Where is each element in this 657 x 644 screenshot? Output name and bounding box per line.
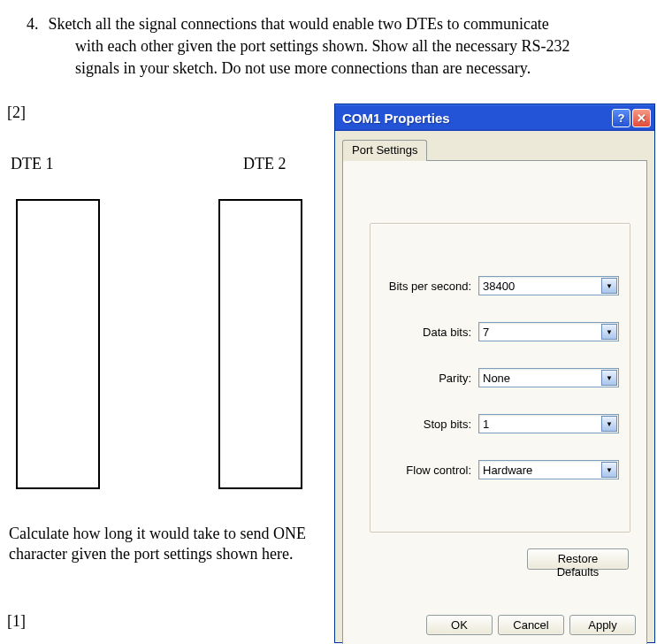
chevron-down-icon: ▼ [601,370,617,386]
restore-defaults-button[interactable]: Restore Defaults [527,548,629,570]
question-line1: Sketch all the signal connections that w… [49,15,549,33]
apply-button[interactable]: Apply [569,615,636,635]
com1-properties-dialog: COM1 Properties ? ✕ Port Settings Bits p… [334,104,655,643]
settings-group: Bits per second: 38400 ▼ Data bits: 7 ▼ … [370,223,630,533]
stop-bits-select[interactable]: 1 ▼ [478,414,619,433]
field-parity: Parity: None ▼ [381,367,619,388]
parity-label: Parity: [381,372,478,385]
chevron-down-icon: ▼ [601,324,617,340]
tab-strip: Port Settings [342,140,647,161]
calc-line2: character given the port settings shown … [9,544,363,564]
flow-control-value: Hardware [479,464,600,477]
ok-button[interactable]: OK [426,615,493,635]
field-data-bits: Data bits: 7 ▼ [381,321,619,342]
calc-text: Calculate how long it would take to send… [9,524,363,565]
calc-line1: Calculate how long it would take to send… [9,524,363,544]
dte2-label: DTE 2 [243,155,286,173]
dte1-label: DTE 1 [11,155,54,173]
dte1-box [16,199,100,489]
chevron-down-icon: ▼ [601,462,617,478]
data-bits-select[interactable]: 7 ▼ [478,322,619,341]
flow-control-select[interactable]: Hardware ▼ [478,460,619,479]
marks-top: [2] [7,104,26,122]
tab-panel: Bits per second: 38400 ▼ Data bits: 7 ▼ … [342,160,647,644]
parity-value: None [479,372,600,385]
dte2-box [218,199,302,489]
question-block: 4. Sketch all the signal connections tha… [0,0,657,80]
help-icon: ? [618,111,625,125]
chevron-down-icon: ▼ [601,416,617,432]
marks-bottom: [1] [7,612,26,631]
data-bits-value: 7 [479,326,600,339]
question-line2: with each other given the port settings … [75,35,630,58]
question-line3: signals in your sketch. Do not use more … [75,58,630,80]
field-flow-control: Flow control: Hardware ▼ [381,459,619,480]
field-stop-bits: Stop bits: 1 ▼ [381,413,619,434]
tab-area: Port Settings Bits per second: 38400 ▼ D… [335,131,654,644]
flow-control-label: Flow control: [381,464,478,477]
chevron-down-icon: ▼ [601,278,617,294]
bottom-buttons: OK Cancel Apply [426,615,636,635]
close-icon: ✕ [637,111,646,125]
dte-boxes [16,199,302,493]
bits-per-second-select[interactable]: 38400 ▼ [478,276,619,295]
titlebar[interactable]: COM1 Properties ? ✕ [335,104,654,131]
question-number: 4. [27,13,44,35]
stop-bits-label: Stop bits: [381,418,478,431]
close-button[interactable]: ✕ [632,109,651,127]
data-bits-label: Data bits: [381,326,478,339]
cancel-button[interactable]: Cancel [498,615,564,635]
tab-port-settings[interactable]: Port Settings [342,140,427,161]
help-button[interactable]: ? [612,109,630,127]
bits-per-second-value: 38400 [479,280,600,293]
window-title: COM1 Properties [342,111,610,126]
parity-select[interactable]: None ▼ [478,368,619,387]
field-bits-per-second: Bits per second: 38400 ▼ [381,275,619,296]
stop-bits-value: 1 [479,418,600,431]
bits-per-second-label: Bits per second: [381,280,478,293]
